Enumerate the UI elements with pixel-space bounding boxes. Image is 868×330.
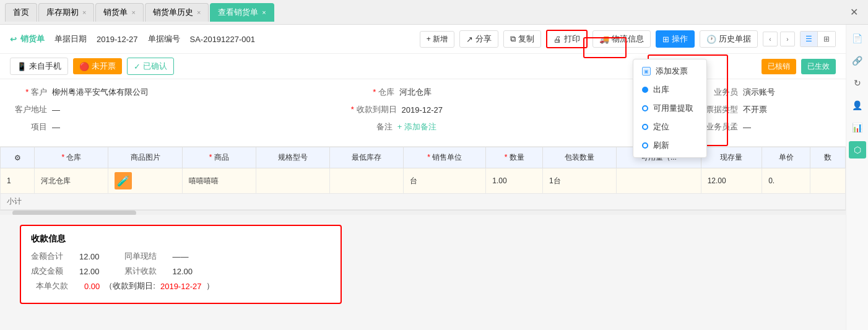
sidebar-refresh-icon[interactable]: ↻ xyxy=(849,74,866,92)
outbound-dot-icon xyxy=(642,87,648,93)
confirm-button[interactable]: ✓ 已确认 xyxy=(127,58,174,75)
operation-dropdown: ▣ 添加发票 出库 可用量提取 定位 刷新 xyxy=(633,59,707,158)
row-warehouse[interactable]: 河北仓库 xyxy=(35,168,108,194)
tab-close-inventory[interactable]: × xyxy=(82,9,86,16)
from-phone-button[interactable]: 📱 来自手机 xyxy=(10,58,68,75)
doc-header: ↩ 销货单 单据日期 2019-12-27 单据编号 SA-20191227-0… xyxy=(0,25,846,54)
payment-date-label: 收款到期日 xyxy=(351,104,397,115)
total-amount-value: 12.00 xyxy=(79,252,100,261)
same-order-label: 同单现结 xyxy=(124,251,168,262)
col-settings[interactable]: ⚙ xyxy=(1,147,35,168)
logistics-button[interactable]: 🚚 物流信息 xyxy=(592,30,651,48)
subtotal-row: 小计 xyxy=(1,194,846,210)
sales-employee-value[interactable]: — xyxy=(743,123,836,132)
tab-sales[interactable]: 销货单 × xyxy=(95,3,143,22)
payment-row-3: 本单欠款 0.00 （收款到期日: 2019-12-27 ） xyxy=(31,280,331,292)
row-unit: 台 xyxy=(404,168,486,194)
effective-status-button[interactable]: 已生效 xyxy=(801,59,836,74)
right-sidebar: 📄 🔗 ↻ 👤 📊 ⬡ xyxy=(846,25,868,330)
tab-close-sales-history[interactable]: × xyxy=(197,9,201,16)
locate-dot-icon xyxy=(642,124,648,130)
col-extra: 数 xyxy=(810,147,845,168)
dropdown-outbound[interactable]: 出库 xyxy=(633,80,706,99)
due-date-close: ） xyxy=(206,280,214,292)
unopened-button[interactable]: 🔴 未开票 xyxy=(73,58,122,74)
accumulated-item: 累计收款 12.00 xyxy=(124,266,193,277)
note-label: 备注 xyxy=(355,121,393,132)
payment-date-value[interactable]: 2019-12-27 xyxy=(402,105,495,115)
address-value[interactable]: — xyxy=(52,105,145,115)
available-dot-icon xyxy=(642,105,648,111)
total-amount-item: 金额合计 12.00 xyxy=(31,251,100,262)
sidebar-chart-icon[interactable]: 📊 xyxy=(849,119,866,136)
employee-value[interactable]: 演示账号 xyxy=(743,87,836,98)
row-pack-qty: 1台 xyxy=(542,168,616,194)
doc-number-label: 单据编号 xyxy=(148,33,180,45)
sidebar-doc-icon[interactable]: 📄 xyxy=(849,30,866,47)
ticket-type-value[interactable]: 不开票 xyxy=(743,104,836,115)
sidebar-expand-icon[interactable]: ⬡ xyxy=(849,141,866,158)
dropdown-locate[interactable]: 定位 xyxy=(633,118,706,136)
add-note-button[interactable]: + 添加备注 xyxy=(397,121,490,132)
row-min-stock xyxy=(330,168,404,194)
warehouse-label: 仓库 xyxy=(357,87,394,98)
col-spec: 规格型号 xyxy=(256,147,329,168)
warehouse-value[interactable]: 河北仓库 xyxy=(399,87,492,98)
total-amount-label: 金额合计 xyxy=(31,251,74,262)
tab-view-sales[interactable]: 查看销货单 × xyxy=(210,3,274,22)
dropdown-add-invoice[interactable]: ▣ 添加发票 xyxy=(633,62,706,80)
copy-button[interactable]: ⧉ 复制 xyxy=(503,30,541,48)
payment-section: 收款信息 金额合计 12.00 同单现结 —— 成交金额 xyxy=(0,215,846,314)
payment-title: 收款信息 xyxy=(31,233,331,245)
col-stock: 现存量 xyxy=(701,147,762,168)
share-icon: ↗ xyxy=(466,35,473,44)
history-button[interactable]: 🕐 历史单据 xyxy=(700,30,758,48)
doc-icon: ↩ xyxy=(10,35,17,44)
col-product: 商品 xyxy=(182,147,256,168)
close-window-button[interactable]: ✕ xyxy=(845,6,863,18)
col-pack-qty: 包装数量 xyxy=(542,147,616,168)
sidebar-link-icon[interactable]: 🔗 xyxy=(849,52,866,69)
content-area: ↩ 销货单 单据日期 2019-12-27 单据编号 SA-20191227-0… xyxy=(0,25,846,330)
product-table: ⚙ 仓库 商品图片 商品 规格型号 最低库存 销售单位 数量 包装数量 可用量（… xyxy=(0,147,846,210)
row-price: 0. xyxy=(762,168,810,194)
next-arrow[interactable]: › xyxy=(780,32,795,46)
due-date-text: （收款到期日: xyxy=(105,280,155,292)
doc-title-text: 销货单 xyxy=(20,33,45,45)
dropdown-available[interactable]: 可用量提取 xyxy=(633,99,706,118)
doc-title: ↩ 销货单 xyxy=(10,33,45,45)
doc-date-value: 2019-12-27 xyxy=(97,35,138,44)
dropdown-refresh[interactable]: 刷新 xyxy=(633,136,706,155)
horizontal-scrollbar[interactable] xyxy=(0,210,846,215)
tab-home[interactable]: 首页 xyxy=(5,3,37,22)
tab-sales-history[interactable]: 销货单历史 × xyxy=(145,3,209,22)
form-row-3: 项目 — 备注 + 添加备注 业务员孟 — xyxy=(10,121,836,132)
table-row: 1 河北仓库 🧪 嘻嘻嘻嘻 台 1.00 xyxy=(1,168,846,194)
share-button[interactable]: ↗ 分享 xyxy=(459,30,498,48)
list-view-button[interactable]: ☰ xyxy=(801,32,818,46)
tab-close-sales[interactable]: × xyxy=(131,9,135,16)
doc-actions: + 新增 ↗ 分享 ⧉ 复制 🖨 打印 🚚 物流信 xyxy=(420,30,836,48)
toolbar-row: 📱 来自手机 🔴 未开票 ✓ 已确认 已核销 已生效 xyxy=(0,54,846,79)
payment-box: 收款信息 金额合计 12.00 同单现结 —— 成交金额 xyxy=(20,225,342,304)
col-price: 单价 xyxy=(762,147,810,168)
prev-arrow[interactable]: ‹ xyxy=(763,32,778,46)
scroll-thumb[interactable] xyxy=(12,211,136,215)
invoice-icon: 🔴 xyxy=(79,62,89,71)
sidebar-user-icon[interactable]: 👤 xyxy=(849,97,866,114)
product-image: 🧪 xyxy=(115,172,132,189)
doc-meta: 单据日期 2019-12-27 单据编号 SA-20191227-001 xyxy=(54,33,255,45)
customer-label: 客户 xyxy=(10,87,47,98)
project-value[interactable]: — xyxy=(52,123,145,132)
operation-button[interactable]: ⊞ 操作 xyxy=(656,30,695,48)
cancelled-status-button[interactable]: 已核销 xyxy=(762,59,796,74)
project-label: 项目 xyxy=(10,121,47,132)
tab-inventory[interactable]: 库存期初 × xyxy=(38,3,94,22)
grid-view-button[interactable]: ⊞ xyxy=(818,32,835,46)
customer-value[interactable]: 柳州粤港平安气体有限公司 xyxy=(52,87,149,98)
print-button[interactable]: 🖨 打印 xyxy=(546,30,588,48)
tab-close-view-sales[interactable]: × xyxy=(262,9,266,16)
row-product[interactable]: 嘻嘻嘻嘻 xyxy=(182,168,256,194)
new-button[interactable]: + 新增 xyxy=(420,31,454,48)
subtotal-label: 小计 xyxy=(1,194,846,210)
